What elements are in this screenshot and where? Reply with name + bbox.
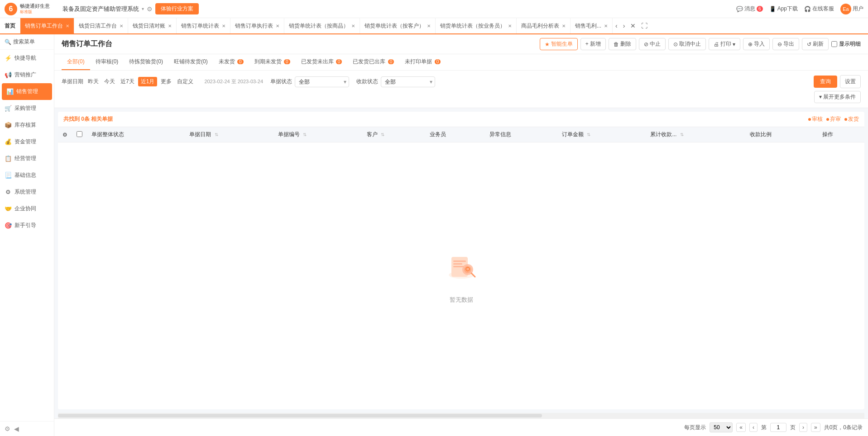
tab-sales-exec[interactable]: 销售订单执行表 ✕: [230, 18, 284, 33]
tab-nav-prev[interactable]: ‹: [613, 22, 620, 29]
sidebar-item-finance[interactable]: 💰 资金管理: [0, 133, 54, 150]
cancel-stop-btn[interactable]: ⊙ 取消中止: [668, 38, 706, 50]
sidebar-search[interactable]: 🔍 搜索菜单: [0, 34, 54, 50]
date-7days[interactable]: 近7天: [119, 77, 136, 86]
app-download-item[interactable]: 📱 App下载: [769, 5, 798, 13]
subtab-wangpu[interactable]: 旺铺待发货(0): [168, 54, 213, 70]
gear-bottom-icon[interactable]: ⚙: [5, 425, 10, 432]
setting-btn[interactable]: 设置: [840, 75, 861, 88]
subtab-unshipped[interactable]: 未发货 0: [213, 54, 249, 70]
sidebar-item-basic-info[interactable]: 📃 基础信息: [0, 167, 54, 184]
tab-sales-order-close[interactable]: ✕: [66, 24, 69, 28]
query-btn[interactable]: 查询: [814, 76, 837, 88]
system-title-dropdown[interactable]: ▾: [142, 6, 144, 11]
add-btn[interactable]: + 新增: [580, 38, 606, 50]
smart-btn[interactable]: ★ 智能生单: [540, 38, 578, 50]
subtab-pending-check[interactable]: 待拣货验货(0): [124, 54, 168, 70]
delete-btn[interactable]: 🗑 删除: [609, 38, 636, 50]
scrollbar-track[interactable]: [58, 414, 542, 417]
show-detail-checkbox-label[interactable]: 显示明细: [831, 40, 861, 48]
sidebar-item-system[interactable]: ⚙ 系统管理: [0, 184, 54, 200]
sidebar-item-guide[interactable]: 🎯 新手引导: [0, 217, 54, 234]
sidebar-item-operations[interactable]: 📋 经营管理: [0, 150, 54, 167]
settings-icon[interactable]: ⚙: [147, 5, 153, 13]
prev-page-btn[interactable]: ‹: [749, 423, 758, 432]
page-input[interactable]: [770, 423, 786, 432]
subtab-all[interactable]: 全部(0): [62, 54, 90, 70]
subtab-pending-review[interactable]: 待审核(0): [90, 54, 124, 70]
show-detail-checkbox[interactable]: [831, 41, 837, 47]
tab-cash-daily[interactable]: 钱货日清工作台 ✕: [74, 18, 128, 33]
status-select[interactable]: 全部: [295, 76, 349, 87]
import-btn[interactable]: ⊕ 导入: [743, 38, 770, 50]
tab-gross-profit[interactable]: 商品毛利分析表 ✕: [517, 18, 571, 33]
select-all-checkbox[interactable]: [77, 131, 82, 137]
th-amount[interactable]: 订单金额 ⇅: [557, 127, 646, 142]
sidebar-item-quick-nav[interactable]: ⚡ 快捷导航: [0, 50, 54, 66]
review-btn[interactable]: 审核: [808, 115, 823, 123]
th-settings[interactable]: ⚙: [58, 127, 72, 142]
date-1month[interactable]: 近1月: [138, 77, 158, 86]
sidebar-item-guide-label: 新手引导: [14, 222, 36, 229]
online-service-item[interactable]: 🎧 在线客服: [804, 5, 834, 13]
th-customer[interactable]: 客户 ⇅: [362, 127, 425, 142]
last-page-btn[interactable]: »: [811, 423, 820, 432]
user-item[interactable]: Ea 用户: [840, 4, 863, 14]
date-yesterday[interactable]: 昨天: [86, 77, 101, 86]
stop-btn[interactable]: ⊘ 中止: [639, 38, 666, 50]
tab-home[interactable]: 首页: [0, 18, 20, 33]
tab-summary-staff[interactable]: 销货单统计表（按业务员） ✕: [436, 18, 517, 33]
th-date[interactable]: 单据日期 ⇅: [185, 127, 273, 142]
tab-cash-reconcile[interactable]: 钱货日清对账 ✕: [128, 18, 177, 33]
print-btn[interactable]: 🖨 打印 ▾: [709, 38, 740, 50]
sidebar-item-marketing[interactable]: 📢 营销推广: [0, 66, 54, 83]
cancel-stop-icon: ⊙: [673, 41, 678, 47]
experience-btn[interactable]: 体验行业方案: [155, 3, 199, 14]
subtab-unprinted[interactable]: 未打印单据 0: [399, 54, 446, 70]
tab-sales-more[interactable]: 销售毛利... ✕: [571, 18, 613, 33]
shipped-out-badge: 0: [388, 59, 394, 64]
tab-sales-stat-close[interactable]: ✕: [222, 24, 225, 28]
cancel-review-btn[interactable]: 弃审: [826, 115, 841, 123]
tab-nav-next[interactable]: ›: [620, 22, 628, 29]
th-checkbox[interactable]: [72, 127, 87, 142]
tab-summary-client[interactable]: 销货单统计表（按客户） ✕: [360, 18, 436, 33]
tab-cash-daily-close[interactable]: ✕: [120, 24, 123, 28]
export-btn[interactable]: ⊖ 导出: [772, 38, 799, 50]
th-number[interactable]: 单据编号 ⇅: [273, 127, 362, 142]
expand-btn[interactable]: ▾ 展开更多条件: [814, 91, 861, 103]
sidebar-item-enterprise[interactable]: 🤝 企业协同: [0, 200, 54, 217]
tab-summary-product[interactable]: 销货单统计表（按商品） ✕: [284, 18, 360, 33]
horizontal-scrollbar[interactable]: [58, 413, 864, 418]
date-today[interactable]: 今天: [102, 77, 117, 86]
tab-close-all[interactable]: ✕: [628, 22, 638, 29]
tab-sales-exec-close[interactable]: ✕: [276, 24, 279, 28]
tab-cash-reconcile-close[interactable]: ✕: [168, 24, 172, 28]
sidebar-item-sales[interactable]: 📊 销售管理: [2, 83, 52, 100]
tab-summary-client-close[interactable]: ✕: [427, 24, 431, 28]
tab-gross-profit-close[interactable]: ✕: [562, 24, 566, 28]
next-page-btn[interactable]: ›: [799, 423, 807, 432]
tab-fullscreen[interactable]: ⛶: [638, 22, 650, 29]
tab-sales-stat-label: 销售订单统计表: [181, 22, 219, 30]
tab-sales-more-close[interactable]: ✕: [604, 24, 608, 28]
payment-select[interactable]: 全部: [381, 76, 435, 87]
sidebar-item-inventory[interactable]: 📦 库存核算: [0, 117, 54, 133]
tab-sales-stat[interactable]: 销售订单统计表 ✕: [177, 18, 230, 33]
message-item[interactable]: 💬 消息 6: [736, 5, 763, 13]
date-more[interactable]: 更多: [159, 77, 173, 86]
date-custom[interactable]: 自定义: [175, 77, 195, 86]
ship-btn[interactable]: 发货: [844, 115, 859, 123]
tab-summary-staff-close[interactable]: ✕: [508, 24, 512, 28]
first-page-btn[interactable]: «: [736, 423, 746, 432]
subtab-shipped-out[interactable]: 已发货已出库 0: [347, 54, 399, 70]
tab-sales-order[interactable]: 销售订单工作台 ✕: [20, 18, 74, 33]
page-size-select[interactable]: 50 100: [710, 422, 733, 432]
sidebar-item-purchase[interactable]: 🛒 采购管理: [0, 100, 54, 117]
th-collected[interactable]: 累计收款... ⇅: [646, 127, 745, 142]
tab-summary-product-close[interactable]: ✕: [351, 24, 355, 28]
refresh-btn[interactable]: ↺ 刷新: [802, 38, 829, 50]
collapse-icon[interactable]: ◀: [14, 425, 19, 432]
subtab-overdue[interactable]: 到期未发货 0: [249, 54, 296, 70]
subtab-shipped-no-out[interactable]: 已发货未出库 0: [296, 54, 348, 70]
